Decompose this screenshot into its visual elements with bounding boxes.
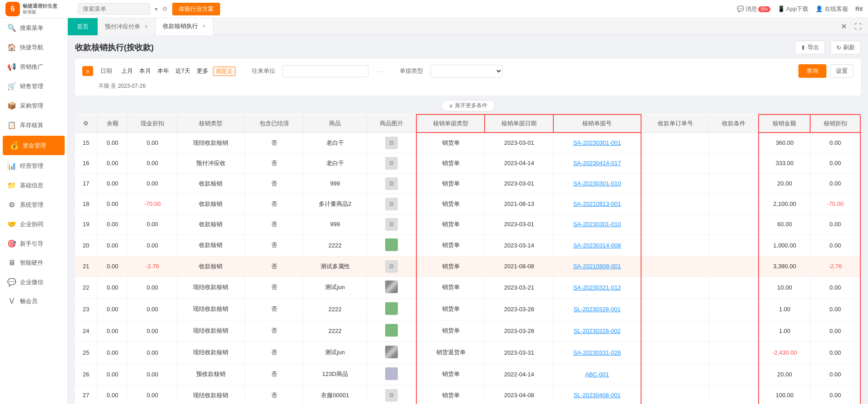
row-writeoff-no[interactable]: SL-20230328-002 — [553, 320, 641, 342]
date-last-month[interactable]: 上月 — [119, 66, 135, 76]
row-receipt-condition — [709, 234, 759, 256]
row-product-image — [367, 298, 416, 320]
row-writeoff-no[interactable]: SA-20230331-026 — [553, 342, 641, 363]
row-product-image: 🖼 — [367, 194, 416, 214]
tab-prepaid[interactable]: 预付冲应付单 × — [98, 18, 156, 35]
sidebar-item-企业协同[interactable]: 🤝企业协同 — [0, 214, 67, 234]
row-no: 16 — [75, 153, 97, 173]
from-unit-input[interactable] — [283, 65, 368, 77]
sidebar-item-快捷导航[interactable]: 🏠快捷导航 — [0, 38, 67, 57]
row-writeoff-no[interactable]: SA-20230321-012 — [553, 276, 641, 298]
close-window-btn[interactable]: ✕ — [837, 20, 850, 33]
row-balance: 0.00 — [97, 363, 128, 385]
row-writeoff-amount: 2,100.00 — [759, 194, 810, 214]
row-writeoff-no[interactable]: SL-20230408-001 — [553, 385, 641, 404]
date-custom[interactable]: 自定义 — [213, 67, 236, 76]
col-setting[interactable]: ⚙ — [75, 114, 97, 133]
industry-btn[interactable]: 体验行业方案 — [172, 3, 220, 15]
row-writeoff-bill-type: 销货单 — [416, 234, 485, 256]
sidebar-item-搜索菜单[interactable]: 🔍搜索菜单 — [0, 18, 67, 38]
maximize-btn[interactable]: ⛶ — [852, 20, 864, 33]
sidebar-item-企业微信[interactable]: 💬企业微信 — [0, 272, 67, 292]
product-thumbnail: 🖼 — [385, 157, 398, 170]
voucher-type-select[interactable] — [430, 65, 503, 78]
user-name: Rit — [855, 5, 863, 12]
sidebar-item-基础信息[interactable]: 📁基础信息 — [0, 176, 67, 195]
row-writeoff-no[interactable]: SA-20230301-001 — [553, 133, 641, 153]
filter-expand-btn[interactable]: » — [82, 66, 93, 76]
date-group: 上月 本月 本年 近7天 更多 自定义 — [119, 66, 236, 76]
sidebar-item-采购管理[interactable]: 📦采购管理 — [0, 96, 67, 115]
date-this-month[interactable]: 本月 — [137, 66, 153, 76]
row-writeoff-date: 2023-03-28 — [485, 320, 553, 342]
sidebar-item-经营管理[interactable]: 📊经营管理 — [0, 156, 67, 176]
product-thumbnail: 🖼 — [385, 137, 398, 149]
tab-bar-actions: ✕ ⛶ — [837, 20, 868, 33]
row-cancel-type: 收款核销 — [177, 256, 245, 276]
row-balance: 0.00 — [97, 194, 128, 214]
row-writeoff-date: 2023-04-08 — [485, 385, 553, 404]
row-include-settled: 否 — [245, 363, 303, 385]
product-thumbnail: 🖼 — [385, 218, 398, 231]
sidebar-item-营销推广[interactable]: 📢营销推广 — [0, 57, 67, 76]
row-balance: 0.00 — [97, 276, 128, 298]
page-title: 收款核销执行(按收款) — [75, 42, 154, 53]
row-writeoff-amount: 1,000.00 — [759, 234, 810, 256]
setting-btn[interactable]: 设置 — [830, 64, 854, 78]
row-writeoff-no[interactable]: SA-20230414-017 — [553, 153, 641, 173]
tab-writeoff[interactable]: 收款核销执行 × — [156, 18, 213, 35]
row-writeoff-no[interactable]: SA-20210808-001 — [553, 256, 641, 276]
sidebar-label: 库存核算 — [20, 121, 43, 129]
expand-more-btn[interactable]: ∨ 展开更多条件 — [441, 100, 495, 111]
row-writeoff-no[interactable]: SA-20210813-001 — [553, 194, 641, 214]
row-cancel-type: 预收款核销 — [177, 363, 245, 385]
row-writeoff-no[interactable]: SL-20230328-001 — [553, 298, 641, 320]
date-more[interactable]: 更多 — [195, 66, 210, 76]
sidebar-item-智能硬件[interactable]: 🖥智能硬件 — [0, 253, 67, 272]
row-include-settled: 否 — [245, 234, 303, 256]
row-receipt-order-no — [641, 363, 709, 385]
message-icon[interactable]: 💬 消息99+ — [737, 5, 771, 13]
row-cash-discount: 0.00 — [128, 385, 177, 404]
sidebar-item-资金管理[interactable]: 💰资金管理 — [3, 136, 65, 155]
sidebar-icon: 📋 — [7, 121, 16, 129]
row-balance: 0.00 — [97, 153, 128, 173]
gear-icon[interactable]: ⚙ — [162, 5, 168, 12]
tab1-close[interactable]: × — [145, 24, 148, 30]
top-search-input[interactable] — [78, 3, 150, 14]
row-writeoff-date: 2022-04-14 — [485, 363, 553, 385]
export-btn[interactable]: ⬆ 导出 — [795, 41, 825, 54]
page-title-row: 收款核销执行(按收款) ⬆ 导出 ↻ 刷新 — [75, 41, 861, 54]
online-service-link[interactable]: 👤 在线客服 — [816, 5, 848, 13]
sidebar-label: 畅会员 — [20, 297, 38, 305]
row-include-settled: 否 — [245, 194, 303, 214]
row-product: 衣服00001 — [303, 385, 367, 404]
sidebar-icon: ⚙ — [7, 200, 16, 209]
sidebar-item-新手引导[interactable]: 🎯新手引导 — [0, 234, 67, 253]
row-no: 24 — [75, 320, 97, 342]
row-writeoff-no[interactable]: SA-20230314-008 — [553, 234, 641, 256]
app-download-link[interactable]: 📱 App下载 — [778, 5, 808, 13]
sidebar-label: 资金管理 — [23, 142, 46, 150]
sidebar-item-畅会员[interactable]: V畅会员 — [0, 292, 67, 311]
dropdown-icon[interactable]: ▾ — [155, 5, 158, 13]
row-cash-discount: 0.00 — [128, 320, 177, 342]
sidebar-item-库存核算[interactable]: 📋库存核算 — [0, 115, 67, 135]
date-this-year[interactable]: 本年 — [156, 66, 171, 76]
sidebar-item-系统管理[interactable]: ⚙系统管理 — [0, 195, 67, 214]
row-writeoff-no[interactable]: SA-20230301-010 — [553, 214, 641, 234]
refresh-btn[interactable]: ↻ 刷新 — [830, 41, 861, 54]
col-receipt-order-no: 收款单订单号 — [641, 114, 709, 133]
date-7days[interactable]: 近7天 — [174, 66, 192, 76]
row-balance: 0.00 — [97, 342, 128, 363]
row-writeoff-no[interactable]: ABC-001 — [553, 363, 641, 385]
tab-home[interactable]: 首页 — [68, 18, 98, 35]
tab2-close[interactable]: × — [203, 23, 206, 29]
product-thumbnail — [385, 302, 398, 315]
sidebar-icon: 🛒 — [7, 82, 16, 90]
message-badge: 99+ — [758, 6, 770, 12]
col-include-settled: 包含已结清 — [245, 114, 303, 133]
sidebar-item-销售管理[interactable]: 🛒销售管理 — [0, 76, 67, 96]
row-writeoff-no[interactable]: SA-20230301-010 — [553, 173, 641, 194]
query-btn[interactable]: 查询 — [798, 64, 826, 78]
